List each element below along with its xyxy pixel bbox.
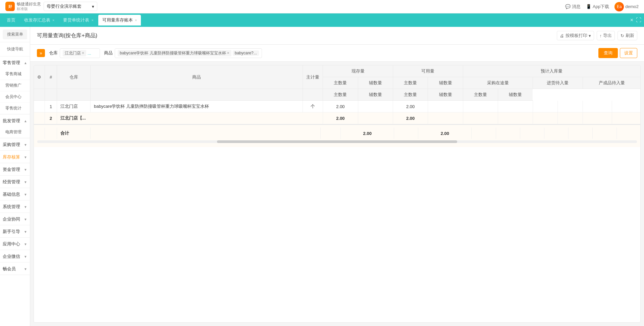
tab-order-stats-label: 要货单统计表 [63,17,89,23]
row-purchase-main [463,101,498,112]
chevron-icon-wholesale: ▲ [24,119,27,123]
th-incoming-label: 进货待入量 [533,77,583,89]
user-btn[interactable]: Ea demo2 [614,2,639,11]
warehouse-input[interactable]: 江北门店 × ... [60,48,100,58]
sidebar-item-marketing[interactable]: 营销推广 [0,80,30,91]
product-input[interactable]: babycare学饮杯 儿童防摔防撞吸管杯重力球吸嘴杯宝宝水杯 × babyca… [115,48,262,58]
chevron-icon-basic: ▼ [24,193,27,196]
avatar-initials: Ea [617,4,622,9]
org-selector[interactable]: 母婴行业演示账套 ▾ [44,2,97,11]
th-empty-2 [45,89,57,101]
th-empty-5 [303,89,323,101]
total-incoming-aux [568,128,592,139]
tab-fullscreen-btn[interactable]: ⛶ [636,17,641,23]
tab-home[interactable]: 首页 [3,15,19,26]
sidebar-section-inventory-header[interactable]: 库存核算 ▼ [0,151,30,163]
th-stock-aux: 辅数量 [358,77,393,89]
refresh-btn[interactable]: ↻ 刷新 [618,31,637,40]
tab-receive-pay-label: 收发存汇总表 [24,17,50,23]
total-avail-aux [472,128,496,139]
total-purchase-main [496,128,520,139]
top-bar-right: 💬 消息 📱 App下载 Ea demo2 [565,2,639,11]
message-btn[interactable]: 💬 消息 [565,4,581,10]
sidebar-section-wholesale-header[interactable]: 批发管理 ▲ [0,114,30,127]
th-empty-3 [57,89,91,101]
sidebar-section-retail-title: 零售管理 [3,60,20,66]
sidebar-section-operation-header[interactable]: 经营管理 ▼ [0,176,30,188]
filter-warehouse-group: 仓库 江北门店 × ... [49,48,100,58]
sidebar-section-corp-header[interactable]: 企业协同 ▼ [0,213,30,225]
tab-order-stats-close[interactable]: × [91,18,93,22]
query-btn[interactable]: 查询 [598,48,618,58]
tab-available-stock-label: 可用量库存账本 [102,17,133,23]
export-btn[interactable]: ↑ 导出 [597,31,615,40]
table-row: 1 江北门店 babycare学饮杯 儿童防摔防撞吸管杯重力球吸嘴杯宝宝水杯 个… [34,101,640,112]
chevron-icon-member: ▼ [24,267,27,271]
th-product-label: 产成品待入量 [583,77,640,89]
sidebar-quick-nav: 快捷导航 [0,42,30,56]
sidebar-section-basic: 基础信息 ▼ [0,188,30,200]
sidebar-section-newbie-header[interactable]: 新手引导 ▼ [0,225,30,237]
tab-receive-pay-close[interactable]: × [52,18,54,22]
sidebar-section-purchase: 采购管理 ▼ [0,138,30,151]
sidebar-item-retail-stats[interactable]: 零售统计 [0,103,30,114]
tab-order-stats[interactable]: 要货单统计表 × [59,15,97,26]
subtotal-row: 2 江北门店【... 2.00 2.00 [34,112,640,124]
logo-text: 畅捷通好生意 [17,2,41,6]
sidebar-section-basic-header[interactable]: 基础信息 ▼ [0,188,30,200]
tab-available-stock-close[interactable]: × [135,18,137,22]
app-download-btn[interactable]: 📱 App下载 [586,4,609,10]
subtotal-product-main [583,112,612,124]
sidebar-section-corp-wechat: 企业微信 ▼ [0,250,30,263]
export-icon: ↑ [600,33,602,38]
th-purchase-aux: 辅数量 [358,89,393,101]
print-btn[interactable]: 🖨 按模板打印 ▾ [557,31,594,40]
subtotal-seq: 2 [45,112,57,124]
th-purchase-main: 主数量 [323,89,358,101]
settings-btn[interactable]: 设置 [620,48,637,58]
sidebar-section-retail-header[interactable]: 零售管理 ▲ [0,56,30,68]
product-tag-1-remove[interactable]: × [227,51,229,55]
page-header: 可用量查询(按仓库+商品) 🖨 按模板打印 ▾ ↑ 导出 ↻ 刷新 [30,27,644,45]
sidebar-section-purchase-header[interactable]: 采购管理 ▼ [0,138,30,150]
sidebar-item-member-center[interactable]: 会员中心 [0,91,30,103]
sidebar-item-ecommerce[interactable]: 电商管理 [0,127,30,138]
tab-receive-pay[interactable]: 收发存汇总表 × [20,15,58,26]
chevron-icon-app-center: ▼ [24,242,27,246]
sidebar-section-finance-title: 资金管理 [3,167,20,173]
th-current-stock: 现存量 [323,65,393,77]
th-settings[interactable]: ⚙ [34,65,45,89]
message-label: 消息 [572,4,581,10]
total-label: 合计 [57,128,90,139]
row-incoming-main [533,101,558,112]
total-product-main [592,128,616,139]
sidebar-item-retail-mall[interactable]: 零售商城 [0,68,30,80]
sidebar-section-corp-wechat-header[interactable]: 企业微信 ▼ [0,250,30,262]
subtotal-stock-aux [358,112,393,124]
logo-subtext: 标准版 [17,6,41,11]
total-avail-main: 2.00 [418,128,472,139]
filter-expand-btn[interactable]: » [37,49,45,57]
subtotal-warehouse: 江北门店【... [57,112,323,124]
sidebar-section-system-header[interactable]: 系统管理 ▼ [0,200,30,213]
sidebar-search-btn[interactable]: 搜索菜单 [3,30,27,39]
scroll-thumb[interactable] [217,140,457,143]
table-wrapper: ⚙ # 仓库 商品 主计量 现存量 可用量 预计入库量 主数量 辅数量 主数量 … [34,65,641,323]
tab-close-all-btn[interactable]: × [630,17,633,23]
warehouse-tag-remove[interactable]: × [82,51,84,55]
sidebar-section-app-center-header[interactable]: 应用中心 ▼ [0,238,30,250]
warehouse-more-dots[interactable]: ... [88,51,91,56]
th-product: 商品 [91,65,303,89]
sidebar-section-purchase-title: 采购管理 [3,142,20,148]
warehouse-label: 仓库 [49,50,58,56]
tab-home-label: 首页 [7,17,15,23]
total-unit [321,128,341,139]
th-stock-main: 主数量 [323,77,358,89]
sidebar-section-operation-title: 经营管理 [3,179,20,185]
sidebar-section-member-header[interactable]: 畅会员 ▼ [0,263,30,275]
sidebar-section-finance-header[interactable]: 资金管理 ▼ [0,163,30,175]
tab-available-stock[interactable]: 可用量库存账本 × [98,15,141,26]
quick-nav-link[interactable]: 快捷导航 [3,45,27,53]
product-label: 商品 [104,50,113,56]
chevron-icon-operation: ▼ [24,180,27,184]
